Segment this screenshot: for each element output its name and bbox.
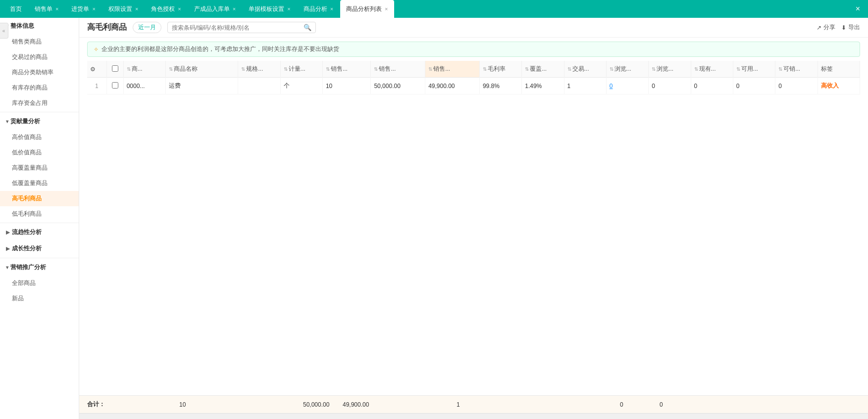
cell-sales-cost: 49,900.00 (425, 78, 480, 94)
sidebar-item-all-products[interactable]: 全部商品 (0, 276, 79, 291)
sidebar-item-category-assist[interactable]: 商品分类助销率 (0, 65, 79, 80)
sidebar-section-contribution[interactable]: ▾ 贡献量分析 (0, 113, 79, 130)
footer-current: 0 (617, 401, 657, 408)
close-all-tabs[interactable]: × (852, 4, 864, 13)
col-sales-amount[interactable]: ⇅销售... (371, 61, 425, 78)
sidebar-section-growth[interactable]: ▶ 成长性分析 (0, 240, 79, 257)
sidebar-item-low-coverage[interactable]: 低覆盖量商品 (0, 176, 79, 191)
content-header: 高毛利商品 近一月 🔍 ↗ 分享 ⬇ 导出 (79, 18, 868, 38)
sort-icon-10: ⇅ (567, 66, 571, 72)
col-current[interactable]: ⇅现有... (691, 61, 733, 78)
col-trade[interactable]: ⇅交易... (564, 61, 606, 78)
browse1-link[interactable]: 0 (610, 83, 613, 90)
search-box: 🔍 (167, 22, 316, 33)
info-banner: ✧ 企业的主要的利润都是这部分商品创造的，可考虑加大推广，同时关注库存是不要出现… (87, 42, 860, 57)
date-filter-button[interactable]: 近一月 (133, 22, 161, 33)
cell-name: 运费 (165, 78, 238, 94)
search-icon[interactable]: 🔍 (304, 24, 311, 31)
sidebar-item-new-products[interactable]: 新品 (0, 291, 79, 306)
horizontal-scrollbar[interactable] (79, 413, 868, 419)
sidebar-section-trend[interactable]: ▶ 流趋性分析 (0, 224, 79, 240)
sort-icon-9: ⇅ (525, 66, 529, 72)
col-browse2[interactable]: ⇅浏览... (649, 61, 691, 78)
col-unit[interactable]: ⇅计量... (280, 61, 322, 78)
footer-sales-cost: 49,900.00 (340, 401, 384, 408)
share-icon: ↗ (817, 24, 821, 31)
footer-sales-qty: 10 (176, 401, 300, 408)
sidebar-item-traded-products[interactable]: 交易过的商品 (0, 49, 79, 65)
footer-gross-margin (384, 401, 419, 408)
col-name[interactable]: ⇅商品名称 (165, 61, 238, 78)
nav-purchase[interactable]: 进货单 × (65, 0, 101, 18)
close-analysis-list-tab[interactable]: × (385, 6, 388, 12)
cell-code: 0000... (123, 78, 165, 94)
close-role-tab[interactable]: × (178, 6, 181, 12)
close-analysis-tab[interactable]: × (330, 6, 333, 12)
table-container: ⚙ ⇅商... ⇅商品名称 ⇅规格... (79, 61, 868, 395)
col-settings[interactable]: ⚙ (87, 61, 106, 78)
sidebar-divider-3 (0, 258, 79, 258)
col-saleable[interactable]: ⇅可销... (775, 61, 817, 78)
col-sales-cost[interactable]: ⇅销售... (425, 61, 480, 78)
sidebar-item-sales-products[interactable]: 销售类商品 (0, 34, 79, 49)
col-tag[interactable]: 标签 (817, 61, 860, 78)
settings-icon[interactable]: ⚙ (90, 66, 96, 73)
col-browse1[interactable]: ⇅浏览... (606, 61, 648, 78)
product-table: ⚙ ⇅商... ⇅商品名称 ⇅规格... (87, 61, 860, 94)
sidebar-item-high-coverage[interactable]: 高覆盖量商品 (0, 160, 79, 176)
col-gross-margin[interactable]: ⇅毛利率 (479, 61, 521, 78)
sidebar-item-stock-capital[interactable]: 库存资金占用 (0, 95, 79, 111)
chevron-right-icon-2: ▶ (6, 246, 10, 251)
col-sales-qty[interactable]: ⇅销售... (322, 61, 371, 78)
nav-product-in[interactable]: 产成品入库单 × (188, 0, 242, 18)
cell-gross-margin: 99.8% (479, 78, 521, 94)
search-input[interactable] (172, 24, 304, 31)
cell-sales-amount: 50,000.00 (371, 78, 425, 94)
sidebar-item-low-margin[interactable]: 低毛利商品 (0, 206, 79, 222)
sidebar-divider-2 (0, 223, 79, 223)
row-number: 1 (87, 78, 106, 94)
cell-current: 0 (691, 78, 733, 94)
nav-role[interactable]: 角色授权 × (145, 0, 187, 18)
close-product-in-tab[interactable]: × (233, 6, 236, 12)
col-available[interactable]: ⇅可用... (733, 61, 775, 78)
sidebar-item-high-value[interactable]: 高价值商品 (0, 130, 79, 145)
tip-icon: ✧ (94, 46, 99, 53)
nav-permission[interactable]: 权限设置 × (102, 0, 144, 18)
chevron-down-icon-3: ▾ (6, 265, 8, 270)
sort-icon-15: ⇅ (778, 66, 782, 72)
nav-analysis-list[interactable]: 商品分析列表 × (340, 0, 394, 18)
sidebar-section-marketing[interactable]: ▾ 营销推广分析 (0, 259, 79, 276)
export-button[interactable]: ⬇ 导出 (841, 23, 860, 32)
select-all-checkbox[interactable] (112, 65, 118, 72)
nav-sales[interactable]: 销售单 × (29, 0, 64, 18)
sort-icon-2: ⇅ (169, 66, 173, 72)
nav-home[interactable]: 首页 (4, 0, 28, 18)
sort-icon: ⇅ (127, 66, 131, 72)
close-template-tab[interactable]: × (287, 6, 290, 12)
row-checkbox[interactable] (112, 82, 118, 89)
footer-sales-amount: 50,000.00 (300, 401, 340, 408)
sidebar-collapse-button[interactable]: « (0, 23, 8, 39)
close-sales-tab[interactable]: × (55, 6, 58, 12)
sidebar-item-in-stock[interactable]: 有库存的商品 (0, 80, 79, 95)
nav-product-analysis[interactable]: 商品分析 × (298, 0, 339, 18)
share-button[interactable]: ↗ 分享 (817, 23, 835, 32)
row-checkbox-cell (106, 78, 123, 94)
table-header-row: ⚙ ⇅商... ⇅商品名称 ⇅规格... (87, 61, 860, 78)
sidebar-item-low-value[interactable]: 低价值商品 (0, 145, 79, 160)
sidebar-item-high-margin[interactable]: 高毛利商品 (0, 191, 79, 206)
col-coverage[interactable]: ⇅覆盖... (522, 61, 564, 78)
sidebar-divider-1 (0, 112, 79, 112)
footer-cells: 10 50,000.00 49,900.00 1 0 0 (176, 401, 696, 408)
sort-icon-4: ⇅ (284, 66, 288, 72)
close-permission-tab[interactable]: × (135, 6, 138, 12)
col-code[interactable]: ⇅商... (123, 61, 165, 78)
sidebar-section-overview[interactable]: ▾ 整体信息 (0, 18, 79, 34)
cell-browse1[interactable]: 0 (606, 78, 648, 94)
col-spec[interactable]: ⇅规格... (238, 61, 280, 78)
col-checkbox (106, 61, 123, 78)
close-purchase-tab[interactable]: × (92, 6, 95, 12)
nav-template[interactable]: 单据模板设置 × (243, 0, 296, 18)
cell-tag: 高收入 (817, 78, 860, 94)
